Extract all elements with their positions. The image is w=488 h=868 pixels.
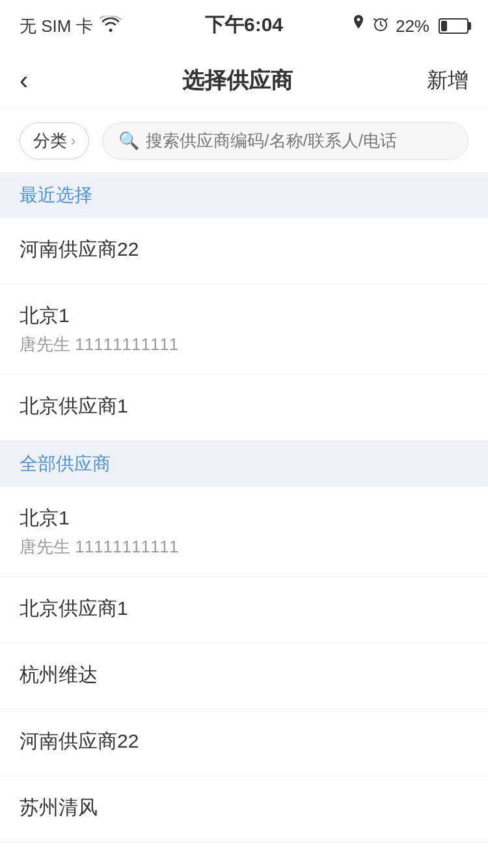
location-icon (351, 15, 366, 38)
alarm-icon (372, 16, 389, 37)
item-name: 北京供应商1 (20, 393, 468, 420)
recent-list-item[interactable]: 河南供应商22 (0, 218, 488, 284)
add-new-button[interactable]: 新增 (416, 66, 468, 95)
page-title: 选择供应商 (182, 66, 293, 96)
all-list-item[interactable]: 苏州清风 (0, 776, 488, 843)
recent-list-item[interactable]: 北京1唐先生 11111111111 (0, 284, 488, 375)
item-detail: 唐先生 11111111111 (20, 536, 468, 558)
all-list-item[interactable]: 北京供应商1 (0, 577, 488, 644)
item-name: 杭州维达 (20, 662, 468, 688)
item-name: 苏州清风 (20, 794, 468, 821)
recent-section-header: 最近选择 (0, 172, 488, 218)
status-left: 无 SIM 卡 (20, 15, 122, 38)
status-right: 22% (351, 15, 468, 38)
battery-icon (439, 18, 468, 34)
recent-list-item[interactable]: 北京供应商1 (0, 375, 488, 441)
all-list-item[interactable]: 河南供应商22 (0, 710, 488, 776)
search-box[interactable]: 🔍 (102, 122, 468, 159)
item-name: 河南供应商22 (20, 236, 468, 263)
search-input[interactable] (146, 131, 452, 151)
item-name: 北京供应商1 (20, 595, 468, 622)
all-list-item[interactable]: 北京1唐先生 11111111111 (0, 487, 488, 577)
status-time: 下午6:04 (205, 12, 283, 38)
nav-bar: ‹ 选择供应商 新增 (0, 52, 488, 109)
recent-list: 河南供应商22北京1唐先生 11111111111北京供应商1 (0, 218, 488, 441)
all-list-item[interactable]: 杭州维达 (0, 644, 488, 710)
no-sim-label: 无 SIM 卡 (20, 15, 93, 38)
all-list: 北京1唐先生 11111111111北京供应商1杭州维达河南供应商22苏州清风 (0, 487, 488, 843)
recent-section-label: 最近选择 (20, 185, 92, 205)
item-name: 北京1 (20, 303, 468, 329)
all-section-label: 全部供应商 (20, 454, 111, 474)
search-icon: 🔍 (118, 131, 139, 151)
item-name: 河南供应商22 (20, 728, 468, 755)
filter-bar: 分类 › 🔍 (0, 109, 488, 172)
category-filter-button[interactable]: 分类 › (20, 122, 89, 159)
all-section-header: 全部供应商 (0, 441, 488, 487)
item-detail: 唐先生 11111111111 (20, 333, 468, 356)
wifi-icon (100, 16, 122, 37)
item-name: 北京1 (20, 505, 468, 532)
chevron-right-icon: › (71, 133, 75, 150)
category-label: 分类 (33, 129, 67, 152)
status-bar: 无 SIM 卡 下午6:04 22% (0, 0, 488, 52)
back-button[interactable]: ‹ (20, 66, 59, 95)
battery-percent: 22% (396, 16, 429, 36)
